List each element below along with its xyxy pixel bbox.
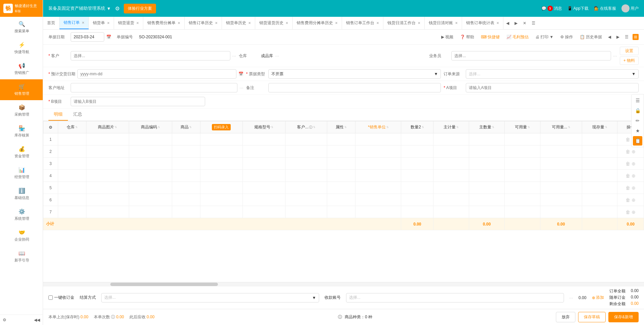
tab-stats-close[interactable]: ✕ xyxy=(496,21,499,25)
dropdown-icon[interactable]: ▼ xyxy=(107,6,111,11)
tab-return-history-close[interactable]: ✕ xyxy=(286,21,288,25)
tab-cost-split-close[interactable]: ✕ xyxy=(178,21,180,25)
copy-icon[interactable]: ⊕ xyxy=(632,149,636,154)
payment-method-select[interactable]: 选择... ▼ xyxy=(101,293,319,302)
tab-cost-history[interactable]: 销售费用分摊单历史 ✕ xyxy=(293,17,342,29)
tab-return-close[interactable]: ✕ xyxy=(136,21,139,25)
invoice-select[interactable]: 不开票 ▼ xyxy=(268,69,441,79)
date-input[interactable] xyxy=(71,32,104,42)
delete-icon[interactable]: 🗑 xyxy=(626,161,630,166)
nav-next-btn[interactable]: ▶ xyxy=(615,34,621,40)
tab-slip-history-close[interactable]: ✕ xyxy=(248,21,251,25)
sidebar-item-operations[interactable]: 📊 经营管理 xyxy=(0,163,43,184)
tab-detail[interactable]: 明细 xyxy=(48,109,68,121)
tab-sales-order[interactable]: 销售订单 ✕ xyxy=(60,17,89,29)
nav-prev-btn[interactable]: ◀ xyxy=(607,34,612,40)
scan-btn[interactable]: 扫码录入 xyxy=(212,124,231,130)
order-source-select[interactable]: 选择... ▼ xyxy=(466,69,639,79)
tab-order-workbench-close[interactable]: ✕ xyxy=(376,21,379,25)
tab-daily-workbench[interactable]: 钱货日清工作台 ✕ xyxy=(383,17,425,29)
view-btn[interactable]: ▶ 视频 xyxy=(439,34,455,41)
delete-icon[interactable]: 🗑 xyxy=(626,149,630,154)
tab-sales-slip-close[interactable]: ✕ xyxy=(107,21,110,25)
tab-return-history[interactable]: 销货退货历史 ✕ xyxy=(255,17,293,29)
tab-reconcile[interactable]: 钱货日清对账 ✕ xyxy=(425,17,462,29)
tab-close-all-btn[interactable]: ✕ xyxy=(520,17,529,29)
tool-btn-2[interactable]: 🔒 xyxy=(633,106,642,115)
tab-sales-order-close[interactable]: ✕ xyxy=(82,21,84,25)
horizontal-scrollbar[interactable] xyxy=(43,282,644,286)
tab-stats[interactable]: 销售订单统计表 ✕ xyxy=(462,17,503,29)
sidebar-item-quicknav[interactable]: ⚡ 快捷导航 xyxy=(0,38,43,58)
warehouse-dots-btn[interactable]: ··· xyxy=(275,53,279,58)
sidebar-item-finance[interactable]: 💰 资金管理 xyxy=(0,142,43,163)
delivery-input[interactable] xyxy=(77,69,236,79)
sidebar-item-marketing[interactable]: 📢 营销推广 xyxy=(0,58,43,79)
shortcut-btn[interactable]: ⌨ 快捷键 xyxy=(479,34,502,41)
sidebar-item-guide[interactable]: 📖 新手引导 xyxy=(0,246,43,267)
copy-icon[interactable]: ⊕ xyxy=(632,209,636,215)
tab-next-btn[interactable]: ▶ xyxy=(512,17,520,29)
tab-summary[interactable]: 汇总 xyxy=(68,109,87,121)
tab-daily-workbench-close[interactable]: ✕ xyxy=(418,21,420,25)
account-dots-btn[interactable]: ··· xyxy=(569,295,573,300)
operation-btn[interactable]: ⚙ 操作 xyxy=(558,34,575,41)
save-new-btn[interactable]: 保存&新增 xyxy=(608,312,639,322)
add-material-btn[interactable]: + 物料 xyxy=(620,56,639,65)
table-wrapper[interactable]: ⚙ 仓库⇅ 商品图片⇅ 商品编码⇅ xyxy=(43,121,644,282)
tool-btn-4[interactable]: ★ xyxy=(633,126,642,135)
settings-btn[interactable]: 设置 xyxy=(620,47,639,55)
bproject-input[interactable] xyxy=(71,97,205,106)
tab-slip-history[interactable]: 销货单历史 ✕ xyxy=(222,17,255,29)
current-info-icon[interactable]: ⓘ xyxy=(111,315,115,319)
one-click-checkbox-label[interactable]: 一键收订金 xyxy=(48,295,74,300)
goods-count-icon[interactable]: ⓘ xyxy=(338,314,342,320)
help-btn[interactable]: ❓ 帮助 xyxy=(458,34,476,41)
save-draft-btn[interactable]: 保存草稿 xyxy=(578,312,606,322)
grid-view-btn[interactable]: ⊞ xyxy=(633,34,639,40)
one-click-checkbox[interactable] xyxy=(48,295,53,300)
collapse-icon[interactable]: ◀◀ xyxy=(34,318,40,322)
add-payment-btn[interactable]: ⊕ 添加 xyxy=(592,295,604,300)
profit-btn[interactable]: 📈 毛利预估 xyxy=(504,34,531,41)
tab-menu-btn[interactable]: ☰ xyxy=(529,17,538,29)
customer-input[interactable] xyxy=(71,51,230,60)
print-btn[interactable]: 🖨 打印 ▼ xyxy=(533,34,556,41)
tool-btn-5[interactable]: 📋 xyxy=(633,136,642,146)
online-service-btn[interactable]: 💁 在线客服 xyxy=(594,6,616,11)
account-select[interactable]: 选择... xyxy=(346,293,564,302)
tab-cost-split[interactable]: 销售费用分摊单 ✕ xyxy=(143,17,185,29)
settings-icon[interactable]: ⚙ xyxy=(3,318,6,322)
tab-reconcile-close[interactable]: ✕ xyxy=(455,21,458,25)
industry-btn[interactable]: 体验行业方案 xyxy=(124,4,156,13)
sidebar-item-system[interactable]: ⚙️ 系统管理 xyxy=(0,204,43,225)
sidebar-item-search[interactable]: 🔍 搜索菜单 xyxy=(0,17,43,38)
user-avatar-area[interactable]: 用户 xyxy=(621,4,639,12)
staff-input[interactable] xyxy=(451,51,611,60)
history-btn[interactable]: 📋 历史单据 xyxy=(578,34,604,41)
tab-sales-slip[interactable]: 销货单 ✕ xyxy=(89,17,114,29)
tool-btn-1[interactable]: ☰ xyxy=(633,96,642,105)
message-btn[interactable]: 💬 9 消息 xyxy=(541,6,562,11)
tab-order-history[interactable]: 销售订单历史 ✕ xyxy=(185,17,222,29)
tab-order-workbench[interactable]: 销售订单工作台 ✕ xyxy=(342,17,383,29)
tab-return[interactable]: 销货退货 ✕ xyxy=(114,17,143,29)
tab-cost-history-close[interactable]: ✕ xyxy=(335,21,338,25)
calendar-icon[interactable]: 📅 xyxy=(106,35,111,39)
copy-icon[interactable]: ⊕ xyxy=(632,185,636,191)
copy-icon[interactable]: ⊕ xyxy=(632,161,636,166)
sidebar-item-enterprise[interactable]: 🤝 企业协同 xyxy=(0,225,43,246)
tab-order-history-close[interactable]: ✕ xyxy=(215,21,218,25)
delivery-calendar-icon[interactable]: 📅 xyxy=(238,72,243,76)
scrollbar-thumb[interactable] xyxy=(110,283,218,286)
delete-icon[interactable]: 🗑 xyxy=(626,209,630,215)
delete-icon[interactable]: 🗑 xyxy=(626,185,630,191)
copy-icon[interactable]: ⊕ xyxy=(632,173,636,178)
aproject-input[interactable] xyxy=(466,83,639,92)
app-download-btn[interactable]: 📱 App下载 xyxy=(567,6,589,11)
sidebar-item-inventory[interactable]: 🏪 库存核算 xyxy=(0,121,43,142)
staff-dots-btn[interactable]: ··· xyxy=(613,53,617,58)
list-view-btn[interactable]: ☰ xyxy=(623,34,630,40)
customer-dots-btn[interactable]: ··· xyxy=(232,53,236,58)
tab-prev-btn[interactable]: ◀ xyxy=(503,17,512,29)
